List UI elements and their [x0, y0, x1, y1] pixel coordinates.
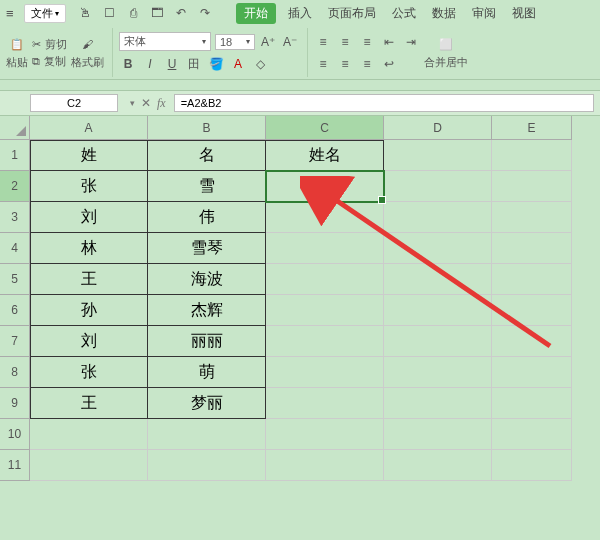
font-color-button[interactable]: A — [229, 55, 247, 73]
col-header-c[interactable]: C — [266, 116, 384, 140]
qat-redo-icon[interactable]: ↷ — [196, 4, 214, 22]
hamburger-icon[interactable]: ≡ — [6, 6, 20, 21]
cell[interactable] — [492, 202, 572, 233]
file-menu[interactable]: 文件 ▾ — [24, 4, 66, 23]
cell[interactable] — [384, 326, 492, 357]
fill-color-button[interactable]: 🪣 — [207, 55, 225, 73]
align-right-icon[interactable]: ≡ — [358, 55, 376, 73]
align-center-icon[interactable]: ≡ — [336, 55, 354, 73]
cut-button[interactable]: ✂剪切 — [32, 37, 67, 52]
cell[interactable] — [492, 388, 572, 419]
cell[interactable] — [266, 419, 384, 450]
align-middle-icon[interactable]: ≡ — [336, 33, 354, 51]
tab-start[interactable]: 开始 — [236, 3, 276, 24]
cell[interactable] — [266, 202, 384, 233]
cell[interactable] — [492, 140, 572, 171]
row-header[interactable]: 9 — [0, 388, 30, 419]
row-header[interactable]: 4 — [0, 233, 30, 264]
cell[interactable] — [384, 295, 492, 326]
font-name-select[interactable]: 宋体▾ — [119, 32, 211, 51]
cell[interactable]: 杰辉 — [148, 295, 266, 326]
tab-view[interactable]: 视图 — [508, 3, 540, 24]
cell[interactable]: 雪琴 — [148, 233, 266, 264]
cell[interactable]: 姓 — [30, 140, 148, 171]
clear-format-button[interactable]: ◇ — [251, 55, 269, 73]
copy-button[interactable]: ⧉复制 — [32, 54, 67, 69]
tab-formula[interactable]: 公式 — [388, 3, 420, 24]
tab-insert[interactable]: 插入 — [284, 3, 316, 24]
row-header[interactable]: 11 — [0, 450, 30, 481]
align-left-icon[interactable]: ≡ — [314, 55, 332, 73]
col-header-d[interactable]: D — [384, 116, 492, 140]
wrap-text-icon[interactable]: ↩ — [380, 55, 398, 73]
font-size-select[interactable]: 18▾ — [215, 34, 255, 50]
cell[interactable]: 刘 — [30, 202, 148, 233]
cell[interactable] — [266, 264, 384, 295]
cell[interactable] — [148, 450, 266, 481]
tab-review[interactable]: 审阅 — [468, 3, 500, 24]
decrease-font-icon[interactable]: A⁻ — [281, 33, 299, 51]
qat-print-icon[interactable]: ⎙ — [124, 4, 142, 22]
row-header[interactable]: 2 — [0, 171, 30, 202]
cell[interactable] — [266, 357, 384, 388]
qat-save-icon[interactable]: 🖯 — [76, 4, 94, 22]
merge-button[interactable]: ⬜ 合并居中 — [424, 35, 468, 70]
cell[interactable] — [384, 140, 492, 171]
increase-font-icon[interactable]: A⁺ — [259, 33, 277, 51]
cell[interactable]: 萌 — [148, 357, 266, 388]
row-header[interactable]: 8 — [0, 357, 30, 388]
fx-icon[interactable]: fx — [157, 96, 166, 111]
cell[interactable]: 梦丽 — [148, 388, 266, 419]
formula-input[interactable]: =A2&B2 — [174, 94, 594, 112]
cell[interactable] — [492, 233, 572, 264]
cell[interactable] — [384, 233, 492, 264]
qat-undo-icon[interactable]: ↶ — [172, 4, 190, 22]
cell[interactable] — [384, 264, 492, 295]
col-header-e[interactable]: E — [492, 116, 572, 140]
qat-preview-icon[interactable]: 🗔 — [148, 4, 166, 22]
bold-button[interactable]: B — [119, 55, 137, 73]
format-painter-button[interactable]: 🖌 格式刷 — [71, 35, 104, 70]
cell[interactable] — [148, 419, 266, 450]
col-header-a[interactable]: A — [30, 116, 148, 140]
cell[interactable]: 丽丽 — [148, 326, 266, 357]
cell[interactable]: 王 — [30, 264, 148, 295]
indent-inc-icon[interactable]: ⇥ — [402, 33, 420, 51]
italic-button[interactable]: I — [141, 55, 159, 73]
row-header[interactable]: 6 — [0, 295, 30, 326]
cell[interactable] — [266, 450, 384, 481]
row-header[interactable]: 7 — [0, 326, 30, 357]
cell[interactable] — [384, 388, 492, 419]
col-header-b[interactable]: B — [148, 116, 266, 140]
row-header[interactable]: 10 — [0, 419, 30, 450]
cell[interactable] — [492, 171, 572, 202]
cell[interactable] — [266, 388, 384, 419]
cell[interactable] — [384, 450, 492, 481]
dropdown-icon[interactable]: ▾ — [130, 98, 135, 108]
cell[interactable]: 伟 — [148, 202, 266, 233]
cell[interactable] — [30, 419, 148, 450]
cell[interactable] — [30, 450, 148, 481]
cell[interactable]: 姓名 — [266, 140, 384, 171]
cell[interactable] — [492, 419, 572, 450]
paste-button[interactable]: 📋 粘贴 — [6, 35, 28, 70]
cell[interactable] — [384, 171, 492, 202]
cell[interactable]: 孙 — [30, 295, 148, 326]
cell[interactable]: 名 — [148, 140, 266, 171]
cell[interactable] — [492, 295, 572, 326]
cell[interactable]: 张雪 — [266, 171, 384, 202]
cell[interactable] — [492, 357, 572, 388]
cell[interactable]: 张 — [30, 357, 148, 388]
cell[interactable] — [266, 233, 384, 264]
underline-button[interactable]: U — [163, 55, 181, 73]
cell[interactable] — [492, 450, 572, 481]
cell[interactable]: 张 — [30, 171, 148, 202]
cell[interactable] — [266, 326, 384, 357]
cell[interactable] — [384, 202, 492, 233]
qat-new-icon[interactable]: ☐ — [100, 4, 118, 22]
cell[interactable]: 王 — [30, 388, 148, 419]
name-box[interactable]: C2 — [30, 94, 118, 112]
border-button[interactable]: 田 — [185, 55, 203, 73]
cell[interactable]: 海波 — [148, 264, 266, 295]
cell[interactable]: 雪 — [148, 171, 266, 202]
